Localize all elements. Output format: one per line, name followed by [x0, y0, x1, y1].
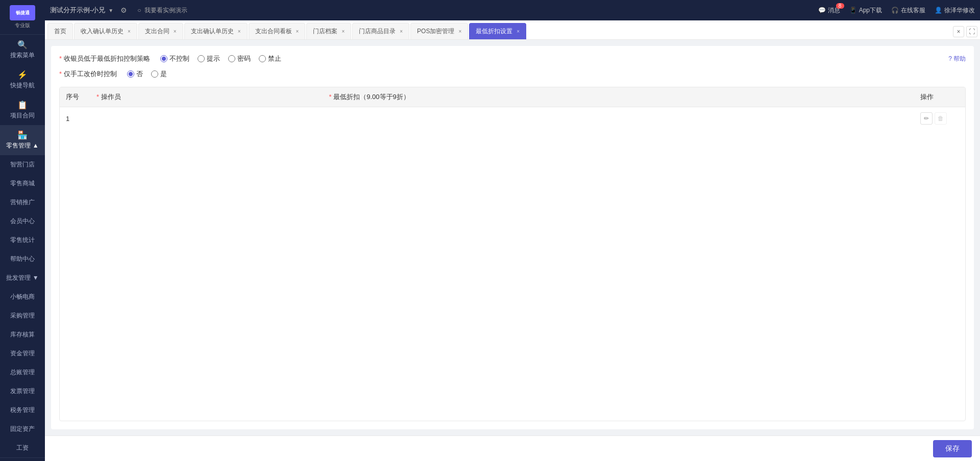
sidebar-item-label: 总账管理 [10, 368, 35, 377]
radio-remind-input[interactable] [198, 55, 205, 62]
radio-no-input[interactable] [127, 70, 134, 78]
sidebar-item-nav[interactable]: ⚡ 快捷导航 [0, 65, 45, 95]
sidebar-item-project[interactable]: 📋 项目合同 [0, 95, 45, 125]
edit-button[interactable]: ✏ [920, 112, 933, 125]
sidebar-item-stats[interactable]: 零售统计 [0, 231, 45, 250]
user-icon: 👤 [935, 7, 942, 14]
support-icon: 🎧 [891, 7, 899, 14]
radio-no[interactable]: 否 [127, 69, 143, 79]
sidebar-item-label: 发票管理 [10, 387, 35, 396]
tab-min-discount[interactable]: 最低折扣设置 × [469, 23, 526, 39]
tab-income-history[interactable]: 收入确认单历史 × [74, 23, 137, 39]
topbar-message[interactable]: 💬 消息 8 [818, 6, 840, 15]
sidebar: 畅捷通 专业版 🔍 搜索菜单 ⚡ 快捷导航 📋 项目合同 🏪 零售管理 ▲ 智营… [0, 0, 45, 461]
tab-min-discount-close[interactable]: × [517, 29, 520, 34]
cell-min-discount [323, 107, 914, 130]
sidebar-item-ecommerce[interactable]: 小畅电商 [0, 287, 45, 306]
sidebar-item-ledger[interactable]: 总账管理 [0, 363, 45, 382]
tab-payment-confirm-label: 支出确认单历史 [191, 27, 234, 36]
tab-store-products-close[interactable]: × [400, 29, 403, 34]
sidebar-item-help[interactable]: 帮助中心 [0, 250, 45, 269]
tab-home-label: 首页 [54, 27, 66, 36]
sidebar-item-smart-store[interactable]: 智营门店 [0, 155, 45, 174]
logo-edition: 专业版 [15, 22, 30, 29]
discount-policy-options: 不控制 提示 密码 禁止 [160, 54, 281, 63]
sidebar-item-label: 采购管理 [10, 311, 35, 320]
sidebar-item-member[interactable]: 会员中心 [0, 212, 45, 231]
message-badge: 8 [836, 3, 844, 9]
sidebar-item-marketing[interactable]: 营销推广 [0, 193, 45, 212]
tab-store-products[interactable]: 门店商品目录 × [352, 23, 409, 39]
topbar-dropdown-icon[interactable]: ▼ [108, 8, 113, 13]
radio-forbid[interactable]: 禁止 [259, 54, 281, 63]
topbar-user[interactable]: 👤 徐泽华修改 [935, 6, 975, 15]
tab-income-history-close[interactable]: × [128, 29, 131, 34]
manual-price-options: 否 是 [127, 69, 167, 79]
sidebar-item-batch[interactable]: 批发管理 ▼ [0, 269, 45, 287]
tab-pos-manage-close[interactable]: × [458, 29, 461, 34]
tab-close-button[interactable]: × [953, 26, 964, 37]
sidebar-item-label: 智营门店 [10, 160, 35, 169]
sidebar-item-finance[interactable]: 资金管理 [0, 344, 45, 363]
topbar: 测试分开示例-小兄 ▼ ⚙ ○ 我要看实例演示 💬 消息 8 📱 App下载 🎧… [45, 0, 980, 20]
footer: 保存 [45, 435, 980, 461]
nav-icon: ⚡ [17, 70, 28, 80]
radio-yes[interactable]: 是 [151, 69, 167, 79]
radio-password[interactable]: 密码 [228, 54, 251, 63]
radio-forbid-input[interactable] [259, 55, 266, 62]
tab-expand-button[interactable]: ⛶ [966, 26, 977, 37]
sidebar-item-search[interactable]: 🔍 搜索菜单 [0, 35, 45, 65]
sidebar-item-assets[interactable]: 固定资产 [0, 420, 45, 439]
radio-no-control-input[interactable] [160, 55, 167, 62]
sidebar-item-tax[interactable]: 税务管理 [0, 401, 45, 420]
tab-home[interactable]: 首页 [47, 23, 73, 39]
cell-seq: 1 [60, 107, 90, 130]
tab-payment-contract-close[interactable]: × [174, 29, 177, 34]
topbar-settings-icon[interactable]: ⚙ [120, 6, 127, 14]
tab-payment-confirm-close[interactable]: × [238, 29, 241, 34]
discount-policy-row: 收银员低于最低折扣控制策略 不控制 提示 密码 [59, 54, 966, 63]
manual-price-label: 仅手工改价时控制 [59, 69, 117, 79]
tab-payment-board[interactable]: 支出合同看板 × [249, 23, 306, 39]
cell-actions: ✏ 🗑 [914, 107, 965, 130]
sidebar-item-salary[interactable]: 工资 [0, 439, 45, 457]
sidebar-item-purchase[interactable]: 采购管理 [0, 306, 45, 325]
radio-yes-input[interactable] [151, 70, 158, 78]
sidebar-item-label: 工资 [16, 444, 29, 452]
col-actions-header: 操作 [914, 87, 965, 107]
form-section: 收银员低于最低折扣控制策略 不控制 提示 密码 [59, 54, 966, 79]
tab-store-file-close[interactable]: × [341, 29, 345, 34]
radio-password-label: 密码 [237, 54, 251, 63]
sidebar-item-invoice[interactable]: 发票管理 [0, 382, 45, 401]
radio-remind[interactable]: 提示 [198, 54, 220, 63]
tab-pos-manage[interactable]: POS加密管理 × [410, 23, 468, 39]
sidebar-item-retail[interactable]: 🏪 零售管理 ▲ [0, 125, 45, 155]
radio-forbid-label: 禁止 [268, 54, 281, 63]
tabbar-controls: × ⛶ [953, 26, 977, 39]
retail-icon: 🏪 [17, 130, 28, 140]
radio-password-input[interactable] [228, 55, 235, 62]
col-operator-header: * 操作员 [90, 87, 323, 107]
help-link[interactable]: ? 帮助 [948, 55, 966, 63]
topbar-app-download[interactable]: 📱 App下载 [849, 6, 882, 15]
app-icon: 📱 [849, 7, 857, 14]
tab-payment-confirm[interactable]: 支出确认单历史 × [184, 23, 248, 39]
topbar-demo[interactable]: ○ 我要看实例演示 [137, 6, 187, 15]
tab-payment-contract[interactable]: 支出合同 × [138, 23, 183, 39]
settings-button[interactable]: ⚙ [0, 457, 45, 461]
sidebar-logo: 畅捷通 专业版 [0, 0, 45, 35]
app-label: App下载 [859, 6, 882, 15]
sidebar-item-online-store[interactable]: 零售商城 [0, 174, 45, 193]
sidebar-item-inventory[interactable]: 库存核算 [0, 325, 45, 344]
tab-payment-board-close[interactable]: × [296, 29, 299, 34]
sidebar-item-label: 固定资产 [10, 425, 35, 433]
support-label: 在线客服 [901, 6, 925, 15]
delete-button[interactable]: 🗑 [935, 112, 947, 125]
topbar-support[interactable]: 🎧 在线客服 [891, 6, 925, 15]
sidebar-item-label: 资金管理 [10, 349, 35, 358]
demo-icon: ○ [137, 7, 141, 14]
user-name: 徐泽华修改 [944, 6, 975, 15]
save-button[interactable]: 保存 [933, 440, 972, 457]
tab-store-file[interactable]: 门店档案 × [306, 23, 351, 39]
radio-no-control[interactable]: 不控制 [160, 54, 189, 63]
